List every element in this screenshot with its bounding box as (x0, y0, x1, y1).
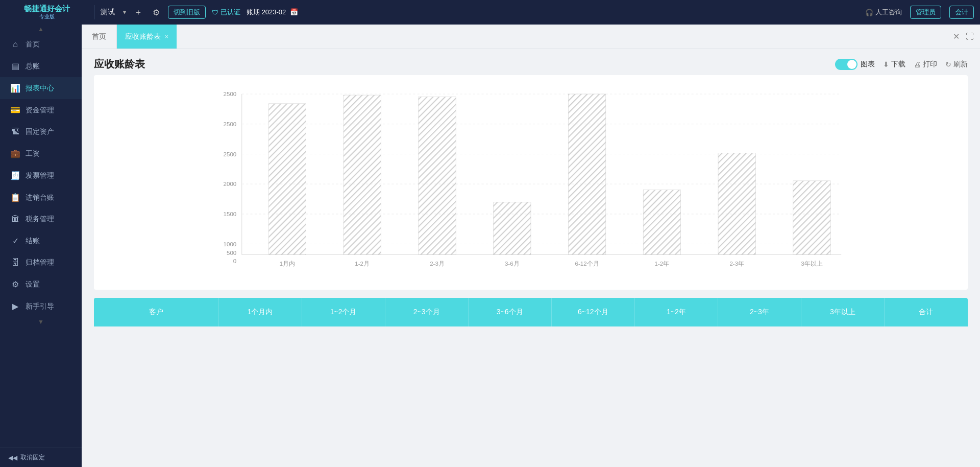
shield-icon: 🛡 (212, 9, 218, 16)
consult-button[interactable]: 🎧 人工咨询 (865, 8, 902, 17)
tab-aging-report[interactable]: 应收账龄表 × (117, 25, 177, 49)
svg-text:2500: 2500 (224, 91, 237, 97)
topbar-divider (94, 5, 94, 19)
svg-text:2000: 2000 (224, 181, 237, 187)
closing-icon: ✓ (10, 236, 20, 246)
chart-area: 2500 2500 2500 2000 1500 1000 500 0 (94, 75, 968, 290)
sidebar-item-sales-ledger[interactable]: 📋 进销台账 (0, 186, 82, 208)
calendar-icon[interactable]: 📅 (290, 8, 298, 16)
sidebar-item-home[interactable]: ⌂ 首页 (0, 34, 82, 55)
table-col-2-3month: 2~3个月 (385, 298, 469, 326)
sidebar-label-invoice: 发票管理 (26, 171, 54, 180)
headset-icon: 🎧 (865, 9, 873, 16)
sidebar-item-general-ledger[interactable]: ▤ 总账 (0, 55, 82, 77)
svg-text:500: 500 (227, 250, 236, 256)
svg-text:1500: 1500 (224, 211, 237, 217)
tax-icon: 🏛 (10, 215, 20, 224)
home-icon: ⌂ (10, 40, 20, 49)
admin-button[interactable]: 管理员 (910, 6, 941, 19)
logo-area: 畅捷通好会计 专业版 (6, 4, 88, 20)
sidebar-label-general-ledger: 总账 (26, 62, 40, 71)
table-col-2-3year: 2~3年 (718, 298, 801, 326)
svg-rect-17 (344, 95, 381, 254)
sidebar-label-payroll: 工资 (26, 149, 40, 158)
settings-nav-icon: ⚙ (10, 279, 20, 289)
report-actions: 图表 ⬇ 下载 🖨 打印 ↻ 刷新 (835, 59, 968, 70)
tab-bar: 首页 应收账龄表 × ✕ ⛶ (82, 25, 980, 49)
sidebar-label-closing: 结账 (26, 237, 40, 246)
download-icon: ⬇ (883, 60, 889, 68)
svg-rect-23 (793, 181, 830, 255)
ledger-icon: ▤ (10, 61, 20, 71)
sidebar-item-tax[interactable]: 🏛 税务管理 (0, 208, 82, 230)
table-col-1-2year: 1~2年 (635, 298, 718, 326)
sidebar-label-home: 首页 (26, 40, 40, 49)
table-col-1month: 1个月内 (219, 298, 302, 326)
svg-text:6-12个月: 6-12个月 (575, 261, 599, 267)
sidebar-item-report-center[interactable]: 📊 报表中心 (0, 77, 82, 99)
sidebar-item-payroll[interactable]: 💼 工资 (0, 143, 82, 165)
svg-text:1月内: 1月内 (280, 261, 295, 267)
svg-rect-20 (568, 94, 605, 255)
svg-text:2500: 2500 (224, 121, 237, 127)
svg-rect-18 (419, 97, 456, 254)
add-button[interactable]: ＋ (132, 5, 144, 20)
print-button[interactable]: 🖨 打印 (914, 60, 937, 69)
refresh-button[interactable]: ↻ 刷新 (945, 60, 968, 69)
sidebar-label-report-center: 报表中心 (26, 84, 54, 93)
invoice-icon: 🧾 (10, 171, 20, 180)
table-col-6-12month: 6~12个月 (552, 298, 635, 326)
sidebar-label-fixed-assets: 固定资产 (26, 127, 54, 136)
archive-icon: 🗄 (10, 258, 20, 267)
sidebar-item-guide[interactable]: ▶ 新手引导 (0, 295, 82, 317)
logo-sub: 专业版 (39, 13, 55, 20)
cancel-fixed-button[interactable]: ◀◀ 取消固定 (0, 448, 82, 467)
svg-text:0: 0 (233, 258, 236, 264)
svg-text:2-3年: 2-3年 (729, 261, 744, 267)
tab-close-icon[interactable]: × (165, 33, 168, 40)
table-col-total: 合计 (885, 298, 968, 326)
sidebar: ▲ ⌂ 首页 ▤ 总账 📊 报表中心 💳 资金管理 🏗 固定资产 💼 工资 🧾 … (0, 25, 82, 467)
chart-toggle-switch[interactable] (835, 59, 857, 70)
company-dropdown-icon[interactable]: ▾ (123, 9, 126, 16)
sidebar-bottom: ◀◀ 取消固定 (0, 448, 82, 467)
period-info: 账期 2023-02 📅 (247, 8, 298, 17)
report-title: 应收账龄表 (94, 57, 145, 71)
report-header: 应收账龄表 图表 ⬇ 下载 🖨 打印 ↻ (82, 49, 980, 75)
assets-icon: 🏗 (10, 127, 20, 136)
tab-bar-right: ✕ ⛶ (951, 30, 980, 43)
tab-home[interactable]: 首页 (82, 25, 117, 49)
sidebar-label-settings: 设置 (26, 280, 40, 289)
download-button[interactable]: ⬇ 下载 (883, 60, 905, 69)
close-window-button[interactable]: ✕ (951, 30, 962, 43)
sales-icon: 📋 (10, 193, 20, 202)
accountant-button[interactable]: 会计 (949, 6, 974, 19)
chart-toggle-area: 图表 (835, 59, 875, 70)
sidebar-item-fixed-assets[interactable]: 🏗 固定资产 (0, 121, 82, 143)
sidebar-item-fund-management[interactable]: 💳 资金管理 (0, 99, 82, 121)
certified-label: 已认证 (220, 8, 240, 17)
table-col-3-6month: 3~6个月 (469, 298, 552, 326)
sidebar-item-archive[interactable]: 🗄 归档管理 (0, 252, 82, 273)
settings-icon-button[interactable]: ⚙ (151, 6, 162, 19)
sidebar-scroll-down[interactable]: ▼ (0, 317, 82, 326)
sidebar-item-closing[interactable]: ✓ 结账 (0, 230, 82, 252)
svg-text:1-2年: 1-2年 (655, 261, 670, 267)
expand-window-button[interactable]: ⛶ (964, 30, 976, 43)
table-header: 客户 1个月内 1~2个月 2~3个月 3~6个月 6~12个月 1~2年 2~… (94, 298, 968, 326)
sidebar-item-invoice[interactable]: 🧾 发票管理 (0, 165, 82, 186)
sidebar-item-settings[interactable]: ⚙ 设置 (0, 273, 82, 295)
table-col-1-2month: 1~2个月 (302, 298, 385, 326)
svg-text:3-6月: 3-6月 (505, 261, 520, 267)
tab-active-label: 应收账龄表 (125, 32, 161, 41)
fund-icon: 💳 (10, 105, 20, 115)
sidebar-label-fund-management: 资金管理 (26, 106, 54, 115)
svg-text:1-2月: 1-2月 (355, 261, 370, 267)
guide-icon: ▶ (10, 301, 20, 311)
svg-text:2500: 2500 (224, 151, 237, 157)
sidebar-scroll-up[interactable]: ▲ (0, 25, 82, 34)
switch-old-version-button[interactable]: 切到旧版 (168, 6, 206, 19)
main-layout: ▲ ⌂ 首页 ▤ 总账 📊 报表中心 💳 资金管理 🏗 固定资产 💼 工资 🧾 … (0, 25, 980, 467)
refresh-icon: ↻ (945, 60, 951, 68)
table-col-3plus-year: 3年以上 (801, 298, 885, 326)
